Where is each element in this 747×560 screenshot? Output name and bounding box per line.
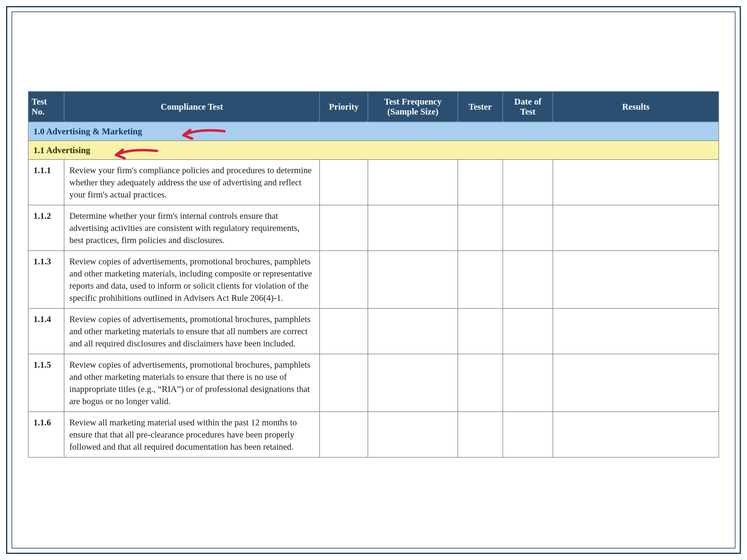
cell-results [553, 251, 719, 308]
cell-frequency [368, 159, 458, 205]
cell-priority [319, 412, 368, 457]
cell-date [503, 251, 553, 308]
cell-test-desc: Review copies of advertisements, promoti… [64, 308, 319, 354]
cell-frequency [368, 251, 458, 308]
col-compliance-test: Compliance Test [64, 92, 319, 122]
section-category-row: 1.0 Advertising & Marketing [28, 122, 719, 141]
cell-results [553, 412, 719, 457]
cell-tester [458, 412, 503, 457]
table-row: 1.1.3 Review copies of advertisements, p… [28, 251, 719, 308]
table-header: Test No. Compliance Test Priority Test F… [28, 92, 719, 122]
cell-test-no: 1.1.5 [28, 354, 64, 412]
cell-priority [319, 251, 368, 308]
cell-results [553, 159, 719, 205]
cell-tester [458, 251, 503, 308]
col-test-no: Test No. [28, 92, 64, 122]
cell-date [503, 159, 553, 205]
cell-results [553, 354, 719, 412]
col-results: Results [553, 92, 719, 122]
col-tester: Tester [458, 92, 503, 122]
table-row: 1.1.6 Review all marketing material used… [28, 412, 719, 457]
cell-priority [319, 354, 368, 412]
table-row: 1.1.2 Determine whether your firm's inte… [28, 205, 719, 251]
compliance-table-wrap: Test No. Compliance Test Priority Test F… [28, 91, 719, 458]
cell-date [503, 412, 553, 457]
cell-frequency [368, 412, 458, 457]
col-frequency: Test Frequency (Sample Size) [368, 92, 458, 122]
cell-test-no: 1.1.1 [28, 159, 64, 205]
section-sub-label: 1.1 Advertising [28, 141, 719, 159]
cell-date [503, 354, 553, 412]
table-row: 1.1.1 Review your firm's compliance poli… [28, 159, 719, 205]
cell-tester [458, 159, 503, 205]
cell-priority [319, 308, 368, 354]
compliance-table: Test No. Compliance Test Priority Test F… [28, 91, 719, 458]
cell-test-desc: Review all marketing material used withi… [64, 412, 319, 457]
cell-test-no: 1.1.6 [28, 412, 64, 457]
cell-frequency [368, 308, 458, 354]
table-row: 1.1.5 Review copies of advertisements, p… [28, 354, 719, 412]
cell-priority [319, 205, 368, 251]
cell-tester [458, 205, 503, 251]
cell-frequency [368, 354, 458, 412]
cell-test-desc: Review your firm's compliance policies a… [64, 159, 319, 205]
cell-test-desc: Review copies of advertisements, promoti… [64, 354, 319, 412]
cell-test-desc: Review copies of advertisements, promoti… [64, 251, 319, 308]
cell-date [503, 308, 553, 354]
cell-results [553, 205, 719, 251]
page-outer-border: SAMPLE Test No. Compliance Test Priority… [6, 6, 741, 554]
cell-frequency [368, 205, 458, 251]
section-sub-row: 1.1 Advertising [28, 141, 719, 159]
cell-test-no: 1.1.2 [28, 205, 64, 251]
page-inner-border: SAMPLE Test No. Compliance Test Priority… [11, 11, 736, 549]
cell-tester [458, 308, 503, 354]
cell-priority [319, 159, 368, 205]
cell-test-no: 1.1.4 [28, 308, 64, 354]
cell-test-no: 1.1.3 [28, 251, 64, 308]
cell-results [553, 308, 719, 354]
col-priority: Priority [319, 92, 368, 122]
section-category-label: 1.0 Advertising & Marketing [28, 122, 719, 141]
col-date: Date of Test [503, 92, 553, 122]
cell-test-desc: Determine whether your firm's internal c… [64, 205, 319, 251]
table-row: 1.1.4 Review copies of advertisements, p… [28, 308, 719, 354]
cell-date [503, 205, 553, 251]
cell-tester [458, 354, 503, 412]
